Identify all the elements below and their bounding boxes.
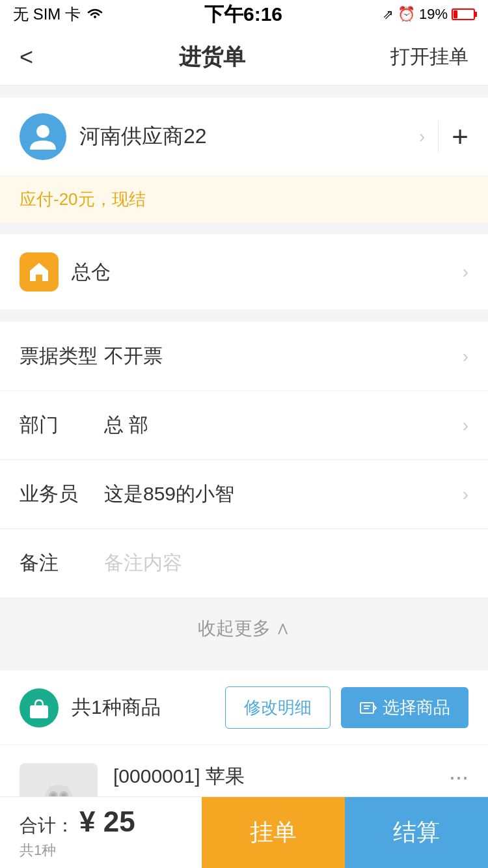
status-bar: 无 SIM 卡 下午6:16 ⇗ ⏰ 19% xyxy=(0,0,488,29)
section-gap-4 xyxy=(0,659,488,671)
product-title: 苹果 xyxy=(206,765,245,787)
product-name: [0000001] 苹果 xyxy=(113,763,439,790)
checkout-label: 结算 xyxy=(393,817,440,848)
products-header: 共1种商品 修改明细 选择商品 xyxy=(0,671,488,745)
warehouse-chevron-icon: › xyxy=(463,262,468,282)
invoice-type-label: 票据类型 xyxy=(20,343,104,370)
open-hang-button[interactable]: 打开挂单 xyxy=(390,44,468,70)
select-product-icon xyxy=(359,699,377,717)
department-label: 部门 xyxy=(20,412,104,439)
salesperson-chevron-icon: › xyxy=(463,484,468,505)
remark-value: 备注内容 xyxy=(104,550,462,576)
hang-button[interactable]: 挂单 xyxy=(202,797,345,868)
section-gap-1 xyxy=(0,86,488,98)
product-more-button[interactable]: ··· xyxy=(449,763,468,791)
select-product-label: 选择商品 xyxy=(383,696,450,719)
status-left: 无 SIM 卡 xyxy=(13,4,104,25)
supplier-name: 河南供应商22 xyxy=(79,122,419,151)
svg-point-0 xyxy=(36,125,49,138)
section-gap-3 xyxy=(0,310,488,322)
total-amount: ¥ 25 xyxy=(79,806,135,838)
status-right: ⇗ ⏰ 19% xyxy=(383,6,475,23)
vertical-divider xyxy=(438,120,439,153)
nav-bar: < 进货单 打开挂单 xyxy=(0,29,488,86)
checkout-button[interactable]: 结算 xyxy=(345,797,488,868)
warehouse-icon-bg xyxy=(20,252,59,292)
invoice-type-row[interactable]: 票据类型 不开票 › xyxy=(0,322,488,391)
products-icon-bg xyxy=(20,688,59,727)
svg-rect-1 xyxy=(30,705,48,718)
alarm-icon: ⏰ xyxy=(398,6,415,23)
battery-text: 19% xyxy=(419,6,448,23)
add-button[interactable]: + xyxy=(452,120,468,153)
house-icon xyxy=(27,260,51,284)
person-icon xyxy=(27,121,59,152)
salesperson-row[interactable]: 业务员 这是859的小智 › xyxy=(0,460,488,529)
notice-text: 应付-20元，现结 xyxy=(20,189,146,209)
battery-icon xyxy=(452,8,475,20)
remark-label: 备注 xyxy=(20,550,104,576)
location-icon: ⇗ xyxy=(383,7,394,22)
total-label: 合计： xyxy=(20,813,74,838)
page-title: 进货单 xyxy=(179,42,245,72)
department-chevron-icon: › xyxy=(463,415,468,436)
supplier-chevron-icon: › xyxy=(419,126,425,147)
status-time: 下午6:16 xyxy=(204,1,282,28)
collapse-row[interactable]: 收起更多 ∧ xyxy=(0,598,488,659)
bag-icon xyxy=(27,696,51,720)
warehouse-label: 总仓 xyxy=(72,259,111,286)
supplier-row[interactable]: 河南供应商22 › + xyxy=(0,98,488,176)
notice-banner: 应付-20元，现结 xyxy=(0,176,488,223)
supplier-avatar xyxy=(20,113,66,160)
invoice-type-chevron-icon: › xyxy=(463,346,468,367)
back-button[interactable]: < xyxy=(20,44,33,71)
section-gap-2 xyxy=(0,223,488,234)
department-row[interactable]: 部门 总 部 › xyxy=(0,391,488,460)
warehouse-row[interactable]: 总仓 › xyxy=(0,234,488,310)
department-value: 总 部 xyxy=(104,412,456,439)
collapse-text: 收起更多 ∧ xyxy=(198,616,291,641)
products-count: 共1种商品 xyxy=(72,694,225,721)
total-section: 合计： ¥ 25 共1种 xyxy=(0,797,202,868)
salesperson-label: 业务员 xyxy=(20,481,104,508)
total-text-wrap: 合计： ¥ 25 共1种 xyxy=(20,806,135,860)
supplier-section: 河南供应商22 › + 应付-20元，现结 xyxy=(0,98,488,223)
product-code: [0000001] xyxy=(113,765,200,787)
select-product-button[interactable]: 选择商品 xyxy=(341,687,468,728)
form-section: 票据类型 不开票 › 部门 总 部 › 业务员 这是859的小智 › 备注 备注… xyxy=(0,322,488,598)
edit-detail-button[interactable]: 修改明细 xyxy=(225,686,331,729)
remark-row[interactable]: 备注 备注内容 xyxy=(0,529,488,598)
warehouse-section: 总仓 › xyxy=(0,234,488,310)
wifi-icon xyxy=(86,8,104,21)
bottom-bar: 合计： ¥ 25 共1种 挂单 结算 xyxy=(0,796,488,868)
carrier-text: 无 SIM 卡 xyxy=(13,4,81,25)
invoice-type-value: 不开票 xyxy=(104,343,456,370)
total-sub: 共1种 xyxy=(20,841,135,860)
hang-label: 挂单 xyxy=(250,817,297,848)
salesperson-value: 这是859的小智 xyxy=(104,481,456,508)
